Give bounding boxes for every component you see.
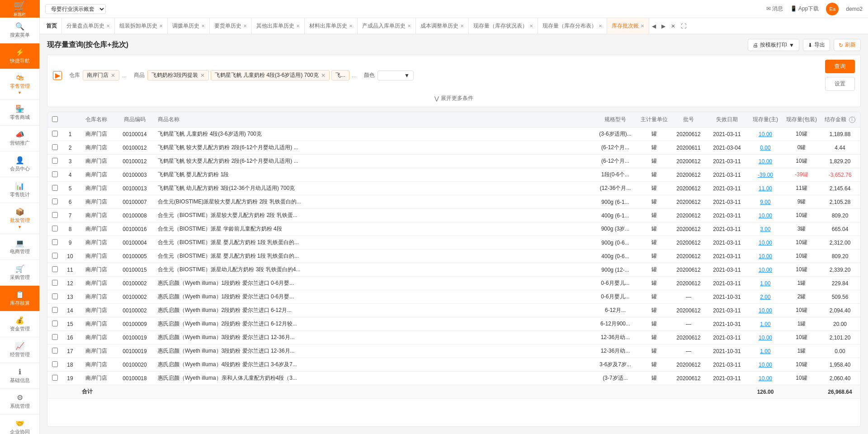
tab-close-icon[interactable]: ✕ [407, 24, 411, 28]
sidebar-item-members[interactable]: 👤 会员中心 [0, 151, 39, 177]
row-checkbox[interactable] [52, 144, 58, 150]
select-all-checkbox[interactable] [52, 116, 58, 122]
row-checkbox[interactable] [52, 212, 58, 218]
row-qty-main[interactable]: 10.00 [747, 127, 783, 141]
row-qty-main[interactable]: 10.00 [747, 155, 783, 168]
sidebar-item-quicknav[interactable]: ⚡ 快捷导航 [0, 43, 39, 69]
row-qty-main[interactable]: 10.00 [747, 358, 783, 372]
row-checkbox[interactable] [52, 253, 58, 259]
warehouse-tag[interactable]: 南岸门店 ✕ [83, 70, 119, 80]
tab-home[interactable]: 首页 [42, 18, 62, 34]
sidebar-item-retail-shop[interactable]: 🏪 零售商城 [0, 100, 39, 126]
row-qty-main[interactable]: 11.00 [747, 182, 783, 195]
row-checkbox[interactable] [52, 171, 58, 177]
row-checkbox[interactable] [52, 131, 58, 137]
row-checkbox[interactable] [52, 198, 58, 204]
product-tag-more[interactable]: 飞... [331, 70, 349, 80]
row-checkbox[interactable] [52, 158, 58, 164]
row-checkbox[interactable] [52, 266, 58, 272]
row-qty-main[interactable]: 10.00 [747, 250, 783, 263]
row-checkbox[interactable] [52, 321, 58, 326]
sidebar-item-search[interactable]: 🔍 搜索英单 [0, 18, 39, 43]
tab-close-icon[interactable]: ✕ [296, 24, 300, 28]
row-qty-main[interactable]: 10.00 [747, 209, 783, 222]
sidebar-item-basic-info[interactable]: ℹ 基础信息 [0, 363, 39, 389]
sidebar-item-inventory[interactable]: 📋 库存核算 [0, 286, 39, 311]
product-tag-1[interactable]: 飞鹤奶粉3段丙提装 ✕ [147, 70, 209, 80]
tab-qitachuku[interactable]: 其他出库单历史 ✕ [252, 18, 305, 34]
row-checkbox[interactable] [52, 348, 58, 354]
product-tag-2[interactable]: 飞鹤星飞帆 儿童奶粉 4段(3-6岁适用) 700克 ✕ [211, 70, 330, 80]
row-checkbox[interactable] [52, 226, 58, 231]
tab-inventory-batch[interactable]: 库存批次账 ✕ [607, 18, 649, 34]
sidebar-item-marketing[interactable]: 📣 营销推广 [0, 126, 39, 151]
sidebar-item-ecommerce[interactable]: 💻 电商管理 [0, 234, 39, 260]
tab-zuzhuangchaijie[interactable]: 组装拆卸单历史 ✕ [115, 18, 168, 34]
tag-close-icon[interactable]: ✕ [321, 72, 326, 79]
row-checkbox[interactable] [52, 239, 58, 245]
row-checkbox[interactable] [52, 307, 58, 313]
tab-close-icon[interactable]: ✕ [349, 24, 353, 28]
tab-nav-prev[interactable]: ◀ [649, 18, 659, 34]
sidebar-item-wholesale[interactable]: 📦 批发管理 ▼ [0, 203, 39, 234]
row-checkbox[interactable] [52, 185, 58, 191]
row-qty-main[interactable]: 10.00 [747, 304, 783, 317]
warehouse-ellipsis[interactable]: ... [122, 72, 127, 79]
message-button[interactable]: ✉ 消息 [766, 5, 783, 13]
tab-yaohuo[interactable]: 要货单历史 ✕ [210, 18, 252, 34]
tab-close-icon[interactable]: ✕ [159, 24, 163, 28]
tag-close-icon[interactable]: ✕ [200, 72, 205, 79]
row-checkbox[interactable] [52, 280, 58, 286]
row-qty-main[interactable]: 1.00 [747, 317, 783, 331]
row-qty-main[interactable]: 10.00 [747, 263, 783, 277]
app-download-button[interactable]: 📱 App下载 [790, 5, 819, 13]
tab-close-icon[interactable]: ✕ [243, 24, 247, 28]
template-print-button[interactable]: 🖨 按模板打印 ▼ [748, 39, 799, 51]
filter-expand-icon[interactable]: ▶ [53, 71, 62, 80]
balance-info-icon[interactable]: i [849, 117, 855, 123]
tag-close-icon[interactable]: ✕ [111, 72, 115, 79]
tab-diaobodandan[interactable]: 调拨单历史 ✕ [168, 18, 210, 34]
row-qty-main[interactable]: 1.00 [747, 344, 783, 358]
tab-close-icon[interactable]: ✕ [460, 24, 464, 28]
tab-cailiaochuku[interactable]: 材料出库单历史 ✕ [305, 18, 358, 34]
row-qty-main[interactable]: 10.00 [747, 236, 783, 250]
tab-chanchengpin[interactable]: 产成品入库单历史 ✕ [358, 18, 416, 34]
tab-close-icon[interactable]: ✕ [106, 24, 110, 28]
tab-close-icon[interactable]: ✕ [599, 24, 602, 28]
tab-close-icon[interactable]: ✕ [201, 24, 205, 28]
user-avatar[interactable]: Ea [826, 3, 839, 15]
sidebar-item-purchase[interactable]: 🛒 采购管理 [0, 260, 39, 286]
tab-close-icon[interactable]: ✕ [641, 24, 644, 28]
row-qty-main[interactable]: 9.00 [747, 195, 783, 209]
tab-xiancunliang-dist[interactable]: 现存量（库存分布表） ✕ [538, 18, 607, 34]
sidebar-item-system[interactable]: ⚙ 系统管理 [0, 389, 39, 415]
sidebar-item-enterprise[interactable]: 🤝 企业协同 [0, 415, 39, 434]
row-qty-main[interactable]: 0.00 [747, 141, 783, 155]
sidebar-item-operations[interactable]: 📈 经营管理 [0, 337, 39, 363]
sidebar-item-finance[interactable]: 💰 资金管理 [0, 311, 39, 337]
row-checkbox[interactable] [52, 361, 58, 367]
row-checkbox[interactable] [52, 293, 58, 299]
color-dropdown[interactable]: ▼ [377, 71, 414, 80]
row-qty-main[interactable]: 10.00 [747, 372, 783, 385]
username[interactable]: demo2 [846, 6, 863, 12]
tab-fullscreen[interactable]: ⛶ [678, 18, 689, 34]
product-ellipsis[interactable]: ... [352, 72, 357, 79]
tab-fenliangpandian[interactable]: 分量盘点单历史 ✕ [62, 18, 115, 34]
row-checkbox[interactable] [52, 334, 58, 340]
sidebar-item-retail-stats[interactable]: 📊 零售统计 [0, 177, 39, 203]
tab-nav-next[interactable]: ▶ [659, 18, 668, 34]
row-qty-main[interactable]: 2.00 [747, 290, 783, 304]
sidebar-item-retail-mgmt[interactable]: 🛍 零售管理 ▼ [0, 69, 39, 100]
tab-chenben[interactable]: 成本调整单历史 ✕ [416, 18, 469, 34]
refresh-button[interactable]: ↻ 刷新 [834, 39, 861, 51]
row-qty-main[interactable]: 10.00 [747, 331, 783, 344]
row-qty-main[interactable]: 3.00 [747, 222, 783, 236]
row-qty-main[interactable]: -39.00 [747, 168, 783, 182]
tab-close-icon[interactable]: ✕ [529, 24, 533, 28]
expand-more-conditions[interactable]: ⋁ 展开更多条件 [53, 94, 855, 102]
query-button[interactable]: 查询 [825, 60, 855, 73]
tab-close-all[interactable]: ✕ [668, 18, 678, 34]
tab-xiancunliang-status[interactable]: 现存量（库存状况表） ✕ [469, 18, 538, 34]
